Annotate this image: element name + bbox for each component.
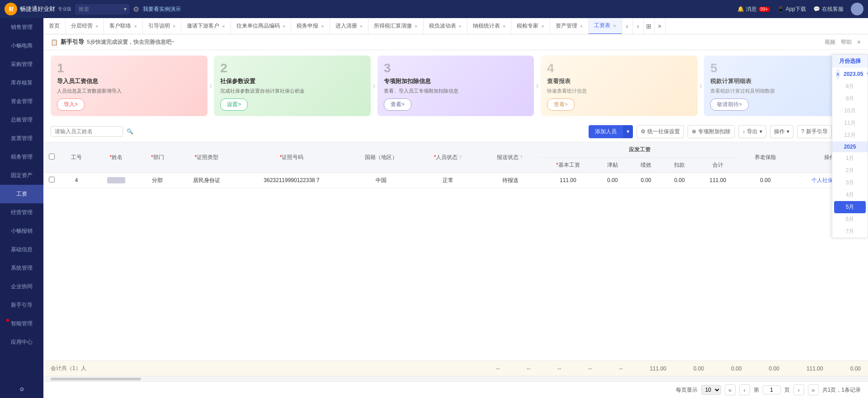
scroll-thumb[interactable] (51, 378, 141, 380)
close-icon[interactable]: × (459, 23, 462, 29)
tab-tax-burden[interactable]: 税负波动表× (424, 18, 467, 34)
close-icon[interactable]: × (134, 23, 137, 29)
month-item-10[interactable]: 10月 (832, 105, 868, 117)
month-item-9[interactable]: 9月 (832, 93, 868, 105)
tab-inventory[interactable]: 进入清册× (330, 18, 368, 34)
export-button[interactable]: ↓ 导出 ▾ (738, 125, 766, 138)
addon-deduction-button[interactable]: ⊕ 专项附加扣除 (688, 125, 735, 138)
close-icon[interactable]: × (283, 23, 285, 29)
sidebar-item-ai[interactable]: 智能管理 (0, 314, 43, 333)
sidebar-item-guide[interactable]: 新手引导 (0, 296, 43, 314)
tab-income-tax[interactable]: 所得税汇算清缴× (368, 18, 423, 34)
tab-home[interactable]: 首页 (43, 18, 66, 34)
sidebar-item-invoice[interactable]: 发票管理 (0, 129, 43, 148)
user-avatar[interactable] (851, 3, 863, 15)
sidebar-item-sales[interactable]: 销售管理 (0, 18, 43, 37)
message-button[interactable]: 🔔 消息 99+ (737, 5, 770, 13)
close-icon[interactable]: × (173, 23, 175, 29)
tab-prev-button[interactable]: ‹ (622, 18, 633, 34)
add-person-button[interactable]: 添加人员 (589, 125, 623, 138)
individual-insurance-link[interactable]: 个人社保 (811, 177, 833, 183)
guide-close-btn[interactable]: × (857, 38, 861, 46)
sidebar-item-cooperation[interactable]: 企业协同 (0, 277, 43, 296)
sidebar-item-apps[interactable]: 应用中心 (0, 333, 43, 351)
month-item-1[interactable]: 1月 (832, 152, 868, 164)
page-size-select[interactable]: 10 20 50 (701, 385, 721, 395)
row-checkbox[interactable] (49, 177, 55, 183)
first-page-button[interactable]: « (725, 384, 736, 395)
account-selector[interactable]: 账套 ▾ (75, 4, 129, 14)
sidebar-item-ecommerce[interactable]: 小畅电商 (0, 37, 43, 55)
month-item-7[interactable]: 7月 (832, 225, 868, 238)
tab-payroll[interactable]: 工资表× (589, 18, 622, 34)
row-nationality: 中国 (346, 173, 416, 188)
sidebar-item-operations[interactable]: 经营管理 (0, 203, 43, 222)
month-item-5-active[interactable]: 5月 (834, 201, 866, 213)
unified-settings-button[interactable]: ⚙ 统一社保设置 (637, 125, 684, 138)
tab-layered-mgmt[interactable]: 分层经营× (66, 18, 104, 34)
search-icon[interactable]: 🔍 (127, 128, 133, 135)
month-item-3[interactable]: 3月 (832, 177, 868, 189)
close-icon[interactable]: × (95, 23, 98, 29)
sidebar-item-tax[interactable]: 税务管理 (0, 148, 43, 166)
tab-more-button[interactable]: ⊞ (644, 18, 655, 34)
tab-customer[interactable]: 客户联络× (104, 18, 142, 34)
step-4-button[interactable]: 查看> (547, 98, 575, 111)
next-page-button[interactable]: › (793, 384, 804, 395)
sidebar-item-assets[interactable]: 固定资产 (0, 166, 43, 185)
online-service-button[interactable]: 💬 在线客服 (813, 5, 844, 13)
close-icon[interactable]: × (613, 23, 616, 28)
sidebar-item-base[interactable]: 基础信息 (0, 240, 43, 259)
close-icon[interactable]: × (580, 23, 583, 29)
add-person-dropdown[interactable]: ▾ (623, 125, 633, 138)
sidebar-item-purchase[interactable]: 采购管理 (0, 55, 43, 74)
month-item-11[interactable]: 11月 (832, 117, 868, 129)
page-input[interactable] (763, 385, 781, 394)
tab-tax-report[interactable]: 税务申报× (291, 18, 330, 34)
month-item-4[interactable]: 4月 (832, 189, 868, 201)
month-item-2[interactable]: 2月 (832, 164, 868, 177)
select-all-checkbox[interactable] (49, 154, 55, 159)
tab-next-button[interactable]: › (633, 18, 644, 34)
month-prev-button[interactable]: ∧ (836, 69, 840, 80)
close-icon[interactable]: × (503, 23, 505, 29)
tab-tax-stats[interactable]: 纳税统计表× (467, 18, 511, 34)
tab-close-all-button[interactable]: × (655, 18, 665, 34)
step-1-button[interactable]: 导入> (57, 98, 85, 111)
app-download-button[interactable]: 📱 App下载 (777, 5, 806, 13)
close-icon[interactable]: × (415, 23, 417, 29)
demo-button[interactable]: 我要看实例演示 (143, 5, 181, 13)
close-icon[interactable]: × (360, 23, 363, 29)
prev-page-button[interactable]: ‹ (739, 384, 750, 395)
month-item-8[interactable]: 8月 (832, 80, 868, 93)
footer-dash-4: -- (588, 365, 592, 372)
guide-help-btn[interactable]: 帮助 (841, 38, 852, 46)
step-3-button[interactable]: 查看> (384, 98, 411, 111)
search-input[interactable] (51, 126, 123, 137)
sidebar-item-system[interactable]: 系统管理 (0, 259, 43, 277)
close-icon[interactable]: × (222, 23, 225, 29)
last-page-button[interactable]: » (808, 384, 819, 395)
sidebar-item-inventory[interactable]: 库存核算 (0, 74, 43, 92)
tab-asset-mgmt[interactable]: 资产管理× (550, 18, 589, 34)
sidebar-item-ledger[interactable]: 总账管理 (0, 111, 43, 129)
newguide-button[interactable]: ? 新手引导 (797, 125, 832, 138)
step-2-button[interactable]: 设置> (220, 98, 248, 111)
sidebar-item-expense[interactable]: 小畅报销 (0, 222, 43, 240)
sidebar-gear-button[interactable]: ⚙ (0, 381, 43, 398)
sidebar-item-finance[interactable]: 资金管理 (0, 92, 43, 111)
month-item-6[interactable]: 6月 (832, 213, 868, 225)
tab-guide-desc[interactable]: 引导说明× (143, 18, 181, 34)
month-item-12[interactable]: 12月 (832, 129, 868, 141)
tab-tax-expert[interactable]: 税检专家× (511, 18, 550, 34)
step-5-button[interactable]: 敬请期待> (710, 98, 749, 111)
guide-video-btn[interactable]: 视频 (825, 38, 835, 46)
horizontal-scrollbar[interactable] (43, 376, 868, 381)
sidebar-item-payroll[interactable]: 工资 (0, 185, 43, 203)
actions-button[interactable]: 操作 ▾ (770, 125, 793, 138)
tab-invite[interactable]: 邀请下游客户× (181, 18, 231, 34)
close-icon[interactable]: × (321, 23, 324, 29)
settings-icon[interactable]: ⚙ (133, 5, 139, 14)
tab-product-code[interactable]: 往来单位商品编码× (231, 18, 291, 34)
close-icon[interactable]: × (541, 23, 544, 29)
